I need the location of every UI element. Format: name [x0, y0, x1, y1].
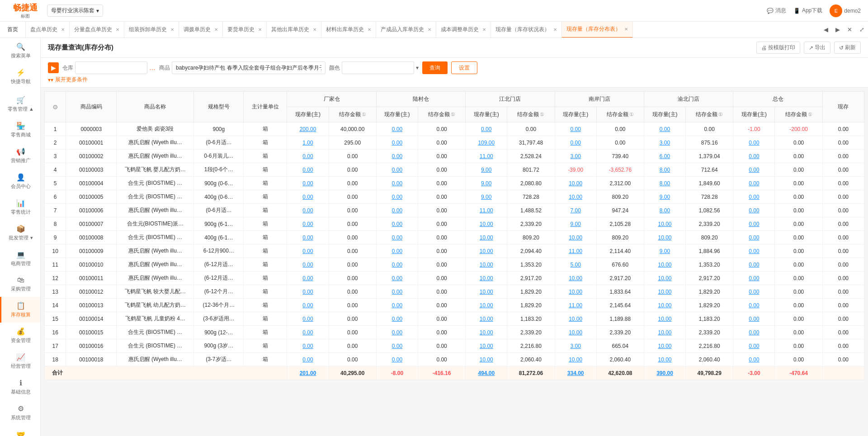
user-area[interactable]: E demo2: [830, 5, 861, 17]
summary-l-qty[interactable]: -8.00: [376, 366, 418, 380]
sidebar-item-purchase[interactable]: 🛍 采购管理: [0, 272, 40, 297]
cell-t-qty[interactable]: 0.00: [733, 177, 775, 190]
cell-t-qty[interactable]: 0.00: [733, 339, 775, 353]
tab-fullscreen-btn[interactable]: ⤢: [856, 22, 868, 38]
cell-jb-qty[interactable]: 0.00: [466, 122, 507, 136]
tab-close-icon[interactable]: ✕: [624, 27, 628, 32]
cell-f-qty[interactable]: 0.00: [287, 353, 329, 366]
sidebar-item-ecommerce[interactable]: 💻 电商管理: [0, 246, 40, 272]
cell-yb-qty[interactable]: 8.00: [644, 177, 685, 190]
cell-f-qty[interactable]: 0.00: [287, 272, 329, 285]
cell-f-qty[interactable]: 0.00: [287, 163, 329, 177]
tab-close-icon[interactable]: ✕: [553, 27, 557, 32]
cell-jb-qty[interactable]: 10.00: [466, 326, 507, 339]
cell-t-qty[interactable]: 0.00: [733, 353, 775, 366]
cell-t-qty[interactable]: 0.00: [733, 150, 775, 163]
setting-btn[interactable]: 设置: [451, 61, 477, 74]
summary-f-qty[interactable]: 201.00: [287, 366, 329, 380]
tab-item-1[interactable]: 盘点单历史 ✕: [26, 22, 70, 38]
cell-t-qty[interactable]: 0.00: [733, 312, 775, 326]
cell-na-qty[interactable]: 0.00: [555, 122, 596, 136]
tab-item-5[interactable]: 要货单历史 ✕: [223, 22, 267, 38]
cell-jb-qty[interactable]: 10.00: [466, 244, 507, 258]
cell-f-qty[interactable]: 1.00: [287, 136, 329, 150]
info-icon-l[interactable]: ①: [451, 112, 455, 117]
tab-item-9[interactable]: 成本调整单历史 ✕: [436, 22, 491, 38]
summary-na-qty[interactable]: 334.00: [555, 366, 596, 380]
cell-yb-qty[interactable]: 10.00: [644, 312, 685, 326]
tab-item-2[interactable]: 分量盘点单历史 ✕: [70, 22, 124, 38]
cell-yb-qty[interactable]: 10.00: [644, 217, 685, 231]
cell-l-qty[interactable]: 0.00: [376, 190, 418, 204]
cell-jb-qty[interactable]: 10.00: [466, 231, 507, 244]
cell-yb-qty[interactable]: 9.00: [644, 190, 685, 204]
cell-l-qty[interactable]: 0.00: [376, 299, 418, 312]
cell-na-qty[interactable]: 3.00: [555, 150, 596, 163]
cell-na-qty[interactable]: 10.00: [555, 285, 596, 299]
cell-l-qty[interactable]: 0.00: [376, 217, 418, 231]
cell-na-qty[interactable]: 3.00: [555, 339, 596, 353]
cell-t-qty[interactable]: 0.00: [733, 326, 775, 339]
cell-l-qty[interactable]: 0.00: [376, 150, 418, 163]
tab-item-11[interactable]: 现存量（库存分布表） ✕: [562, 22, 633, 38]
tab-prev-btn[interactable]: ◀: [820, 22, 832, 38]
cell-jb-qty[interactable]: 9.00: [466, 190, 507, 204]
cell-f-qty[interactable]: 0.00: [287, 299, 329, 312]
cell-na-qty[interactable]: 10.00: [555, 353, 596, 366]
cell-f-qty[interactable]: 0.00: [287, 177, 329, 190]
cell-f-qty[interactable]: 0.00: [287, 204, 329, 217]
cell-l-qty[interactable]: 0.00: [376, 204, 418, 217]
cell-jb-qty[interactable]: 10.00: [466, 217, 507, 231]
sidebar-item-inventory[interactable]: 📋 库存核算: [0, 297, 40, 323]
cell-jb-qty[interactable]: 109.00: [466, 136, 507, 150]
sidebar-item-system[interactable]: ⚙ 系统管理: [0, 400, 40, 426]
cell-jb-qty[interactable]: 9.00: [466, 163, 507, 177]
color-dropdown-icon[interactable]: ▾: [416, 65, 419, 71]
cell-yb-qty[interactable]: 10.00: [644, 258, 685, 272]
cell-t-qty[interactable]: 0.00: [733, 163, 775, 177]
tab-close-icon[interactable]: ✕: [428, 27, 431, 32]
cell-l-qty[interactable]: 0.00: [376, 122, 418, 136]
cell-yb-qty[interactable]: 10.00: [644, 326, 685, 339]
cell-yb-qty[interactable]: 3.00: [644, 136, 685, 150]
color-input[interactable]: [342, 61, 414, 74]
cell-jb-qty[interactable]: 10.00: [466, 258, 507, 272]
warehouse-ellipsis[interactable]: …: [149, 64, 156, 71]
cell-t-qty[interactable]: 0.00: [733, 272, 775, 285]
cell-t-qty[interactable]: 0.00: [733, 190, 775, 204]
cell-l-qty[interactable]: 0.00: [376, 339, 418, 353]
cell-f-qty[interactable]: 0.00: [287, 244, 329, 258]
tab-close-all-btn[interactable]: ✕: [844, 22, 856, 38]
cell-jb-qty[interactable]: 10.00: [466, 285, 507, 299]
cell-yb-qty[interactable]: 10.00: [644, 231, 685, 244]
cell-na-qty[interactable]: 10.00: [555, 177, 596, 190]
cell-jb-qty[interactable]: 10.00: [466, 353, 507, 366]
gear-icon[interactable]: ⚙: [52, 103, 58, 111]
cell-t-qty[interactable]: 0.00: [733, 244, 775, 258]
cell-f-qty[interactable]: 0.00: [287, 285, 329, 299]
cell-yb-qty[interactable]: 6.00: [644, 150, 685, 163]
sidebar-item-search[interactable]: 🔍 搜索英单: [0, 38, 40, 64]
tab-item-4[interactable]: 调拨单历史 ✕: [179, 22, 223, 38]
message-btn[interactable]: 💬 消息: [767, 7, 786, 14]
tab-close-icon[interactable]: ✕: [116, 27, 119, 32]
tab-item-8[interactable]: 产成品入库单历史 ✕: [376, 22, 436, 38]
tab-item-10[interactable]: 现存量（库存状况表） ✕: [491, 22, 562, 38]
cell-na-qty[interactable]: 11.00: [555, 299, 596, 312]
info-icon-t[interactable]: ①: [808, 112, 812, 117]
filter-expand-btn[interactable]: ▶: [48, 62, 59, 73]
cell-t-qty[interactable]: 0.00: [733, 136, 775, 150]
cell-l-qty[interactable]: 0.00: [376, 326, 418, 339]
cell-f-qty[interactable]: 0.00: [287, 190, 329, 204]
cell-t-qty[interactable]: 0.00: [733, 231, 775, 244]
cell-t-qty[interactable]: 0.00: [733, 285, 775, 299]
sidebar-item-enterprise[interactable]: 🤝 企业协同: [0, 426, 40, 436]
info-icon-jb[interactable]: ①: [540, 112, 544, 117]
cell-f-qty[interactable]: 0.00: [287, 150, 329, 163]
summary-yb-qty[interactable]: 390.00: [644, 366, 685, 380]
cell-f-qty[interactable]: 200.00: [287, 122, 329, 136]
summary-jb-qty[interactable]: 494.00: [466, 366, 507, 380]
cell-na-qty[interactable]: 10.00: [555, 190, 596, 204]
cell-jb-qty[interactable]: 10.00: [466, 299, 507, 312]
query-btn[interactable]: 查询: [422, 61, 448, 74]
